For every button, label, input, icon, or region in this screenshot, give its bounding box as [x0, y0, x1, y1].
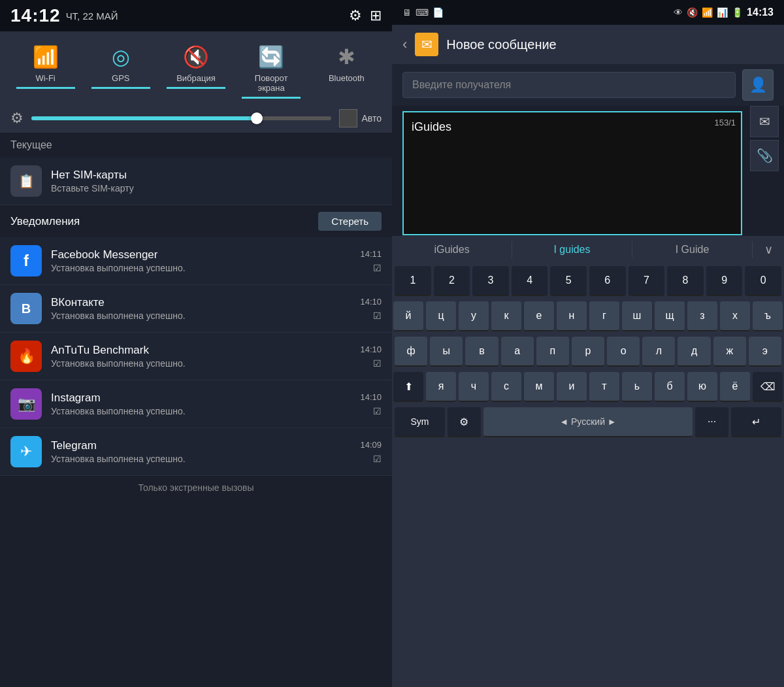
key-ф[interactable]: ф [395, 337, 427, 367]
key-1[interactable]: 1 [395, 266, 431, 296]
vk-title: ВКонтакте [51, 296, 351, 309]
suggestion-3[interactable]: I Guide [632, 241, 753, 258]
key-с[interactable]: с [491, 372, 521, 402]
instagram-check: ☑ [373, 406, 382, 416]
recipient-input[interactable]: Введите получателя [402, 72, 736, 98]
grid-icon[interactable]: ⊞ [370, 7, 382, 24]
signal-icon: 📊 [717, 7, 728, 18]
sim-subtitle: Вставьте SIM-карту [51, 183, 382, 193]
left-panel: 14:12 ЧТ, 22 МАЙ ⚙ ⊞ 📶 Wi-Fi ◎ GPS 🔇 Виб… [0, 0, 392, 687]
key-э[interactable]: э [749, 337, 781, 367]
key-0[interactable]: 0 [745, 266, 781, 296]
key-щ[interactable]: щ [655, 301, 685, 331]
toggle-vibration[interactable]: 🔇 Вибрация [167, 44, 225, 99]
notification-vk[interactable]: В ВКонтакте Установка выполнена успешно.… [0, 285, 392, 333]
backspace-key[interactable]: ⌫ [753, 372, 783, 402]
key-м[interactable]: м [524, 372, 554, 402]
auto-brightness[interactable]: Авто [339, 109, 382, 127]
space-key[interactable]: ◄ Русский ► [483, 407, 693, 437]
telegram-content: Telegram Установка выполнена успешно. [51, 439, 351, 464]
auto-brightness-checkbox[interactable] [339, 109, 357, 127]
attach-button[interactable]: 📎 [750, 140, 779, 171]
key-д[interactable]: д [678, 337, 710, 367]
key-й[interactable]: й [393, 301, 423, 331]
contact-button[interactable]: 👤 [742, 69, 774, 101]
toggle-gps[interactable]: ◎ GPS [91, 44, 150, 99]
notification-telegram[interactable]: ✈ Telegram Установка выполнена успешно. … [0, 428, 392, 476]
compose-text[interactable]: iGuides [404, 112, 741, 142]
key-ш[interactable]: ш [622, 301, 652, 331]
auto-brightness-label: Авто [361, 113, 382, 124]
toggle-rotation[interactable]: 🔄 Поворот экрана [242, 44, 301, 99]
key-е[interactable]: е [524, 301, 554, 331]
message-compose[interactable]: 153/1 iGuides [402, 111, 742, 235]
key-б[interactable]: б [655, 372, 685, 402]
key-ж[interactable]: ж [713, 337, 746, 367]
toggle-bluetooth[interactable]: ✱ Bluetooth [317, 44, 376, 99]
notifications-header: Уведомления Стереть [0, 205, 392, 237]
key-6[interactable]: 6 [589, 266, 626, 296]
facebook-time: 14:11 [360, 249, 382, 259]
notification-instagram[interactable]: 📷 Instagram Установка выполнена успешно.… [0, 380, 392, 428]
key-з[interactable]: з [687, 301, 717, 331]
brightness-slider[interactable] [31, 116, 331, 120]
facebook-check: ☑ [373, 263, 382, 273]
date-left: ЧТ, 22 МАЙ [66, 10, 118, 22]
vk-check: ☑ [373, 310, 382, 321]
shift-key[interactable]: ⬆ [393, 372, 423, 402]
settings-key[interactable]: ⚙ [448, 407, 481, 437]
key-т[interactable]: т [589, 372, 619, 402]
suggestion-1[interactable]: iGuides [392, 241, 512, 258]
key-8[interactable]: 8 [667, 266, 704, 296]
key-ц[interactable]: ц [426, 301, 456, 331]
send-mms-button[interactable]: ✉ [750, 106, 779, 137]
key-9[interactable]: 9 [706, 266, 743, 296]
notifications-title: Уведомления [10, 215, 80, 228]
key-ь[interactable]: ь [622, 372, 652, 402]
key-5[interactable]: 5 [550, 266, 587, 296]
back-button[interactable]: ‹ [402, 36, 407, 53]
suggestions-bar: iGuides I guides I Guide ∨ [392, 235, 784, 263]
key-я[interactable]: я [426, 372, 456, 402]
sim-notification[interactable]: 📋 Нет SIM-карты Вставьте SIM-карту [0, 158, 392, 205]
key-в[interactable]: в [465, 337, 498, 367]
suggestion-2[interactable]: I guides [512, 241, 632, 258]
toggle-wifi[interactable]: 📶 Wi-Fi [16, 44, 75, 99]
key-4[interactable]: 4 [512, 266, 548, 296]
antutu-content: AnTuTu Benchmark Установка выполнена усп… [51, 344, 351, 369]
key-р[interactable]: р [572, 337, 604, 367]
sym-key[interactable]: Sym [395, 407, 445, 437]
key-а[interactable]: а [501, 337, 534, 367]
key-у[interactable]: у [459, 301, 489, 331]
suggestion-more-button[interactable]: ∨ [753, 243, 784, 257]
vibration-icon: 🔇 [183, 44, 209, 69]
key-х[interactable]: х [720, 301, 750, 331]
toggle-rotation-label: Поворот экрана [255, 73, 288, 93]
brightness-fill [31, 116, 257, 120]
key-о[interactable]: о [607, 337, 640, 367]
dots-key[interactable]: ··· [695, 407, 728, 437]
clear-button[interactable]: Стереть [318, 212, 382, 231]
settings-icon[interactable]: ⚙ [349, 7, 362, 24]
key-п[interactable]: п [536, 337, 569, 367]
notification-antutu[interactable]: 🔥 AnTuTu Benchmark Установка выполнена у… [0, 333, 392, 380]
key-л[interactable]: л [642, 337, 675, 367]
key-2[interactable]: 2 [434, 266, 470, 296]
current-section-header: Текущее [0, 133, 392, 158]
key-г[interactable]: г [589, 301, 619, 331]
key-3[interactable]: 3 [472, 266, 509, 296]
key-7[interactable]: 7 [629, 266, 665, 296]
key-и[interactable]: и [557, 372, 587, 402]
key-ъ[interactable]: ъ [753, 301, 783, 331]
key-ю[interactable]: ю [687, 372, 717, 402]
key-ы[interactable]: ы [430, 337, 463, 367]
key-ё[interactable]: ё [720, 372, 750, 402]
facebook-subtitle: Установка выполнена успешно. [51, 263, 351, 273]
enter-key[interactable]: ↵ [731, 407, 781, 437]
key-н[interactable]: н [557, 301, 587, 331]
current-section-title: Текущее [10, 139, 52, 150]
key-ч[interactable]: ч [459, 372, 489, 402]
sim-title: Нет SIM-карты [51, 169, 382, 182]
key-к[interactable]: к [491, 301, 521, 331]
notification-facebook[interactable]: f Facebook Messenger Установка выполнена… [0, 237, 392, 285]
